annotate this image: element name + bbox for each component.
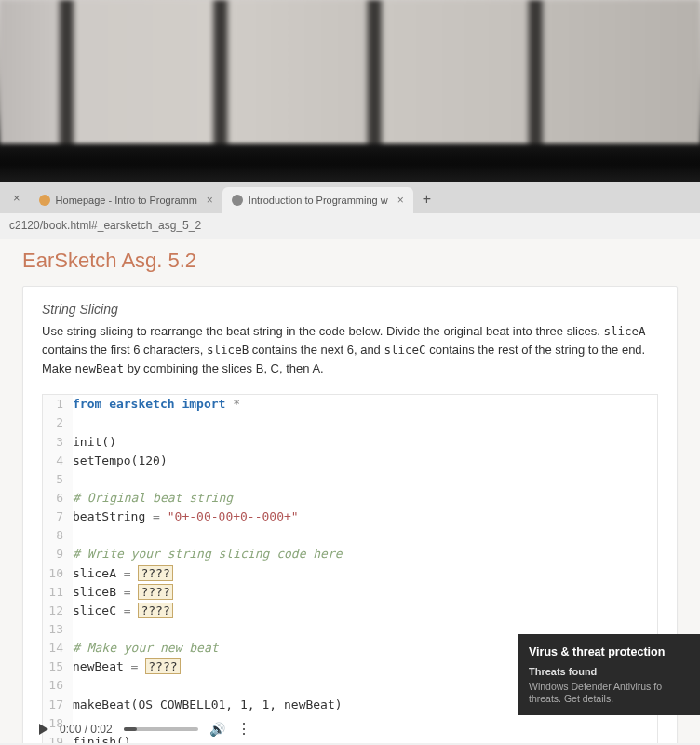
progress-bar[interactable] bbox=[124, 727, 198, 731]
toast-title: Virus & threat protection bbox=[529, 645, 689, 658]
tab-homepage[interactable]: Homepage - Intro to Programm × bbox=[30, 187, 222, 213]
favicon-icon bbox=[39, 195, 50, 206]
new-tab-button[interactable]: + bbox=[413, 185, 440, 213]
tab-label: Homepage - Intro to Programm bbox=[56, 195, 197, 206]
tab-strip: × Homepage - Intro to Programm × Introdu… bbox=[0, 182, 700, 213]
tab-intro-programming[interactable]: Introduction to Programming w × bbox=[222, 187, 413, 213]
favicon-icon bbox=[232, 195, 243, 206]
close-icon[interactable]: × bbox=[9, 191, 30, 205]
section-description: Use string slicing to rearrange the beat… bbox=[42, 322, 658, 377]
close-icon[interactable]: × bbox=[394, 194, 404, 207]
page-content: EarSketch Asg. 5.2 String Slicing Use st… bbox=[0, 239, 700, 743]
media-time: 0:00 / 0:02 bbox=[60, 723, 113, 736]
media-player: 0:00 / 0:02 🔊 ⋮ bbox=[39, 720, 249, 738]
close-icon[interactable]: × bbox=[203, 194, 213, 207]
tab-label: Introduction to Programming w bbox=[249, 195, 388, 206]
address-bar[interactable]: c2120/book.html#_earsketch_asg_5_2 bbox=[0, 213, 700, 239]
play-icon[interactable] bbox=[39, 724, 48, 735]
more-icon[interactable]: ⋮ bbox=[236, 720, 249, 738]
notification-toast[interactable]: Virus & threat protection Threats found … bbox=[518, 634, 700, 715]
browser-window: × Homepage - Intro to Programm × Introdu… bbox=[0, 182, 700, 745]
toast-body: Windows Defender Antivirus fo threats. G… bbox=[529, 681, 689, 706]
photo-background bbox=[0, 0, 700, 182]
volume-icon[interactable]: 🔊 bbox=[209, 722, 225, 737]
section-subtitle: String Slicing bbox=[42, 302, 658, 317]
page-title: EarSketch Asg. 5.2 bbox=[22, 249, 678, 273]
toast-subtitle: Threats found bbox=[529, 666, 689, 677]
